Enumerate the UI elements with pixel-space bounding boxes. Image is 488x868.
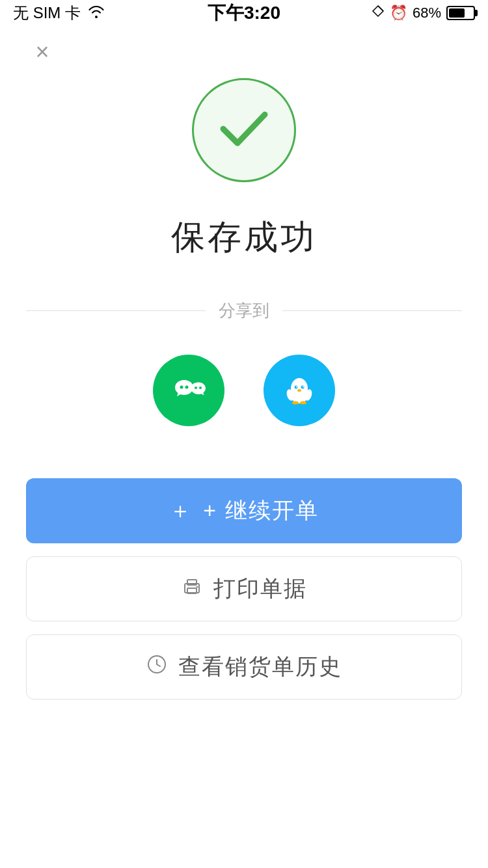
success-circle <box>192 78 296 182</box>
history-label: 查看销货单历史 <box>178 652 342 682</box>
divider-right <box>282 310 462 311</box>
action-buttons: ＋ + 继续开单 打印单据 查看销货单历史 <box>0 478 488 699</box>
svg-point-3 <box>195 387 197 389</box>
qq-share-button[interactable] <box>264 355 335 426</box>
divider-left <box>26 310 206 311</box>
print-button[interactable]: 打印单据 <box>26 556 462 621</box>
close-icon: × <box>35 40 49 64</box>
svg-point-13 <box>292 401 299 405</box>
wechat-share-button[interactable] <box>153 355 224 426</box>
status-right: ⏰ 68% <box>372 5 475 21</box>
continue-button[interactable]: ＋ + 继续开单 <box>26 478 462 543</box>
svg-point-11 <box>297 389 301 392</box>
status-bar: 无 SIM 卡 下午3:20 ⏰ 68% <box>0 0 488 26</box>
main-content: 保存成功 分享到 <box>0 26 488 699</box>
location-icon <box>372 5 385 21</box>
success-title: 保存成功 <box>171 215 317 260</box>
svg-point-14 <box>300 401 306 405</box>
svg-point-20 <box>197 586 198 588</box>
svg-point-9 <box>296 387 297 388</box>
history-button[interactable]: 查看销货单历史 <box>26 634 462 699</box>
status-left: 无 SIM 卡 <box>13 3 105 23</box>
divider-row: 分享到 <box>0 299 488 322</box>
share-icons-row <box>153 355 335 426</box>
svg-point-10 <box>303 387 304 388</box>
battery-icon <box>446 6 475 20</box>
share-label: 分享到 <box>206 299 282 322</box>
plus-icon: ＋ <box>169 496 193 526</box>
share-section: 分享到 <box>0 299 488 426</box>
alarm-icon: ⏰ <box>390 5 407 21</box>
no-sim-label: 无 SIM 卡 <box>13 3 81 23</box>
svg-point-2 <box>185 386 189 389</box>
clock-icon <box>146 653 168 681</box>
status-time: 下午3:20 <box>208 1 280 25</box>
checkmark-icon <box>218 108 270 153</box>
svg-point-1 <box>180 386 183 389</box>
close-button[interactable]: × <box>26 36 59 68</box>
svg-point-4 <box>199 387 202 389</box>
print-label: 打印单据 <box>213 574 307 604</box>
wifi-icon <box>87 4 105 22</box>
battery-percent: 68% <box>413 5 441 21</box>
printer-icon <box>181 575 203 603</box>
continue-label: + 继续开单 <box>203 496 318 526</box>
